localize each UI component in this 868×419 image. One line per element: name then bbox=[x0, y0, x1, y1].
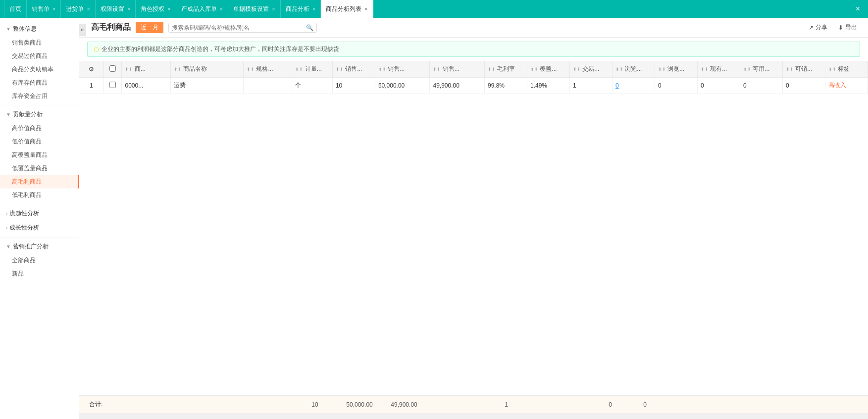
sidebar-group-marketing[interactable]: ▼ 营销推广分析 bbox=[0, 239, 79, 254]
select-all-checkbox[interactable] bbox=[109, 65, 116, 72]
table-container[interactable]: ⚙ ⬆⬇ 商... ⬆⬇ 商品名称 bbox=[79, 61, 868, 395]
td-sale-amount: 50,000.00 bbox=[375, 78, 430, 93]
export-icon: ⬇ bbox=[838, 24, 843, 31]
sidebar-divider-3 bbox=[0, 237, 79, 237]
td-name[interactable]: 运费 bbox=[170, 78, 243, 93]
footer-sale1: 10 bbox=[311, 401, 346, 408]
th-name[interactable]: ⬆⬇ 商品名称 bbox=[170, 61, 243, 78]
share-button[interactable]: ↗ 分享 bbox=[806, 22, 830, 33]
th-unit[interactable]: ⬆⬇ 计量... bbox=[292, 61, 333, 78]
th-checkbox[interactable] bbox=[103, 61, 122, 78]
sidebar-item-stock-goods[interactable]: 有库存的商品 bbox=[0, 76, 79, 90]
sort-icon-sale1: ⬆⬇ bbox=[336, 67, 344, 72]
nav-tab-permission[interactable]: 权限设置 × bbox=[96, 0, 136, 18]
th-view2[interactable]: ⬆⬇ 浏览... bbox=[655, 61, 697, 78]
table-footer: 合计: 10 50,000.00 49,900.00 1 0 0 bbox=[79, 395, 868, 413]
sidebar-item-traded-goods[interactable]: 交易过的商品 bbox=[0, 49, 79, 63]
th-sale-amount[interactable]: ⬆⬇ 销售... bbox=[375, 61, 430, 78]
td-view1[interactable]: 0 bbox=[612, 78, 655, 93]
close-analysis-tab[interactable]: × bbox=[312, 6, 315, 12]
sidebar-group-growth[interactable]: › 成长性分析 bbox=[0, 221, 79, 235]
nav-tab-analysis[interactable]: 商品分析 × bbox=[281, 0, 321, 18]
sort-icon-unit: ⬆⬇ bbox=[295, 67, 303, 72]
sidebar-item-low-value[interactable]: 低价值商品 bbox=[0, 135, 79, 148]
th-spec[interactable]: ⬆⬇ 规格... bbox=[244, 61, 292, 78]
arrow-trend: › bbox=[6, 211, 7, 216]
arrow-growth: › bbox=[6, 225, 7, 231]
sort-icon-rate2: ⬆⬇ bbox=[530, 67, 538, 72]
main-layout: ▼ 整体信息 销售类商品 交易过的商品 商品分类助销率 有库存的商品 库存资金占… bbox=[0, 18, 868, 419]
sort-icon-rate1: ⬆⬇ bbox=[488, 67, 496, 72]
close-role-tab[interactable]: × bbox=[167, 6, 170, 12]
td-check[interactable] bbox=[103, 78, 122, 93]
th-stock-avail[interactable]: ⬆⬇ 可用... bbox=[740, 61, 782, 78]
horizontal-scrollbar[interactable] bbox=[79, 413, 868, 419]
content-area: « 高毛利商品 近一月 🔍 ↗ 分享 ⬇ 导出 ⬡ 企业的主要的利润都是这部分商… bbox=[79, 18, 868, 419]
nav-tab-analysis-list[interactable]: 商品分析列表 × bbox=[321, 0, 373, 18]
th-code[interactable]: ⬆⬇ 商... bbox=[122, 61, 170, 78]
sidebar-item-high-margin[interactable]: 高毛利商品 bbox=[0, 175, 79, 188]
th-coverage[interactable]: ⬆⬇ 覆盖... bbox=[527, 61, 569, 78]
data-table: ⚙ ⬆⬇ 商... ⬆⬇ 商品名称 bbox=[79, 61, 868, 93]
th-settings[interactable]: ⚙ bbox=[79, 61, 103, 78]
sidebar-divider-2 bbox=[0, 204, 79, 204]
sidebar-group-contribution[interactable]: ▼ 贡献量分析 bbox=[0, 107, 79, 122]
info-icon: ⬡ bbox=[94, 46, 99, 53]
nav-tab-sales[interactable]: 销售单 × bbox=[27, 0, 61, 18]
td-stock-avail: 0 bbox=[740, 78, 782, 93]
th-sale-gross[interactable]: ⬆⬇ 销售... bbox=[430, 61, 485, 78]
th-tag[interactable]: ⬆⬇ 标签 bbox=[825, 61, 868, 78]
td-sellable: 0 bbox=[782, 78, 825, 93]
sidebar-item-all-goods[interactable]: 全部商品 bbox=[0, 254, 79, 267]
nav-tab-role[interactable]: 角色授权 × bbox=[136, 0, 176, 18]
td-sale-qty: 10 bbox=[332, 78, 375, 93]
td-sale-gross: 49,900.00 bbox=[430, 78, 485, 93]
sidebar-item-high-value[interactable]: 高价值商品 bbox=[0, 122, 79, 135]
arrow-overall: ▼ bbox=[6, 26, 11, 32]
th-stock-exist[interactable]: ⬆⬇ 现有... bbox=[697, 61, 740, 78]
sidebar-item-low-margin[interactable]: 低毛利商品 bbox=[0, 188, 79, 202]
search-input[interactable] bbox=[172, 24, 306, 31]
filter-recent-month-button[interactable]: 近一月 bbox=[136, 22, 163, 33]
td-margin-rate: 99.8% bbox=[485, 78, 527, 93]
th-transaction[interactable]: ⬆⬇ 交易... bbox=[569, 61, 612, 78]
sort-icon-sale4: ⬆⬇ bbox=[786, 67, 794, 72]
nav-tab-home[interactable]: 首页 bbox=[4, 0, 27, 18]
footer-cells: 10 50,000.00 49,900.00 1 0 0 bbox=[108, 401, 864, 408]
sidebar-collapse-button[interactable]: « bbox=[79, 24, 86, 36]
settings-icon[interactable]: ⚙ bbox=[89, 66, 94, 73]
sidebar-item-sales-goods[interactable]: 销售类商品 bbox=[0, 36, 79, 49]
close-purchase-tab[interactable]: × bbox=[87, 6, 90, 12]
td-code: 0000... bbox=[122, 78, 170, 93]
sidebar-item-high-coverage[interactable]: 高覆盖量商品 bbox=[0, 148, 79, 162]
export-button[interactable]: ⬇ 导出 bbox=[835, 22, 860, 33]
th-sellable[interactable]: ⬆⬇ 可销... bbox=[782, 61, 825, 78]
close-product-in-tab[interactable]: × bbox=[220, 6, 223, 12]
nav-tab-product-in[interactable]: 产成品入库单 × bbox=[176, 0, 228, 18]
th-margin-rate[interactable]: ⬆⬇ 毛利率 bbox=[485, 61, 527, 78]
footer-sale3: 49,900.00 bbox=[391, 401, 435, 408]
nav-tab-purchase[interactable]: 进货单 × bbox=[61, 0, 95, 18]
footer-trans: 1 bbox=[505, 401, 539, 408]
table-row: 1 0000... 运费 bbox=[79, 78, 868, 93]
th-view1[interactable]: ⬆⬇ 浏览... bbox=[612, 61, 655, 78]
sidebar-item-stock-capital[interactable]: 库存资金占用 bbox=[0, 90, 79, 103]
close-analysis-list-tab[interactable]: × bbox=[364, 6, 367, 12]
page-title: 高毛利商品 bbox=[91, 22, 131, 33]
sidebar-group-trend[interactable]: › 流趋性分析 bbox=[0, 206, 79, 221]
sidebar-group-overall[interactable]: ▼ 整体信息 bbox=[0, 22, 79, 36]
sort-icon-name: ⬆⬇ bbox=[174, 67, 182, 72]
search-icon[interactable]: 🔍 bbox=[306, 24, 313, 31]
window-close-button[interactable]: × bbox=[852, 4, 864, 13]
close-sales-tab[interactable]: × bbox=[52, 6, 55, 12]
th-sale-qty[interactable]: ⬆⬇ 销售... bbox=[332, 61, 375, 78]
nav-tab-template[interactable]: 单据模板设置 × bbox=[228, 0, 280, 18]
close-template-tab[interactable]: × bbox=[272, 6, 275, 12]
close-permission-tab[interactable]: × bbox=[127, 6, 130, 12]
row-checkbox[interactable] bbox=[109, 82, 116, 88]
sort-icon-code: ⬆⬇ bbox=[125, 67, 133, 72]
sidebar-item-category-rate[interactable]: 商品分类助销率 bbox=[0, 63, 79, 76]
search-box: 🔍 bbox=[168, 23, 317, 33]
sidebar-item-low-coverage[interactable]: 低覆盖量商品 bbox=[0, 162, 79, 175]
sidebar-item-new-goods[interactable]: 新品 bbox=[0, 267, 79, 280]
